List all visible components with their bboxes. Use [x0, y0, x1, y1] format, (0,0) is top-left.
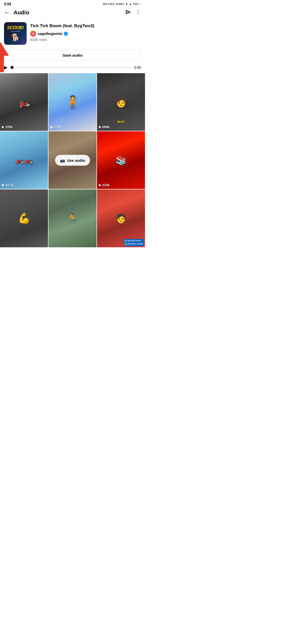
reel-item[interactable]: 🧑 669k [97, 73, 145, 131]
top-nav: ← Audio [0, 7, 145, 18]
person-icon: 🧍 [65, 95, 80, 109]
verified-badge: ✓ [64, 32, 68, 36]
reel-view-count: 669k [99, 125, 110, 129]
person-icon-4: 🧑 [115, 213, 127, 224]
reel-visual-9: 🧑 [97, 189, 145, 247]
reel-count: 603K reels [30, 38, 141, 42]
runner-icon: 🏃 [67, 213, 78, 224]
status-icons: 805 KB/S VoWiFi ▼ ▲ 70% ○ [103, 3, 141, 6]
camera-icon: 📷 [60, 158, 65, 163]
use-audio-button[interactable]: 📷 Use audio [55, 155, 90, 166]
reel-item[interactable]: 🏍️🏍️ 44.7k [0, 131, 48, 189]
reel-item[interactable]: 🕺 📷 Use audio 457k [49, 131, 96, 189]
watermark-brand: G GADGETS TOSUE [125, 242, 143, 246]
play-icon [99, 126, 101, 128]
play-icon [99, 184, 101, 186]
svg-point-3 [138, 13, 139, 14]
status-bar: 5:59 805 KB/S VoWiFi ▼ ▲ 70% ○ [0, 0, 145, 7]
play-icon [2, 126, 4, 128]
reel-visual-7: 💪 [0, 189, 48, 247]
progress-bar[interactable] [11, 67, 131, 68]
count-label: 44.7k [5, 183, 14, 187]
watermark-g: G [125, 242, 127, 246]
album-art-subtitle: THE ALBUM [7, 30, 24, 32]
reel-view-count: 233k [99, 183, 110, 187]
album-art-title: SCOOB! [7, 25, 24, 30]
time-display: 0:00 [134, 65, 141, 69]
count-label: 279k [54, 125, 61, 129]
audio-title: Tick Tick Boom (feat. BygTwo3) [30, 23, 141, 29]
album-art-dog-icon: 🐕 [7, 33, 24, 42]
save-audio-button[interactable]: Save audio [4, 50, 141, 61]
play-icon [2, 184, 4, 186]
reel-visual-2: 🧍 [49, 73, 96, 131]
wifi-icon: ▼ [125, 3, 128, 6]
reel-view-count: 44.7k [2, 183, 14, 187]
reel-visual-8: 🏃 [49, 189, 96, 247]
reel-item[interactable]: 🏍️ 155k [0, 73, 48, 131]
signal-icon: ▲ [129, 3, 132, 6]
watermark-text: lee gal heon lenned [125, 239, 143, 242]
nav-left: ← Audio [4, 9, 29, 16]
audio-artist-row: S sagethegemini ✓ [30, 31, 141, 37]
reel-item[interactable]: 💪 [0, 189, 48, 247]
count-label: 669k [102, 125, 110, 129]
reel-item[interactable]: 📚 233k [97, 131, 145, 189]
person-icon-2: 🧑 [115, 97, 127, 108]
nav-right [125, 9, 141, 16]
audio-details: Tick Tick Boom (feat. BygTwo3) S sagethe… [30, 22, 141, 42]
audio-info: SCOOB! THE ALBUM 🐕 Tick Tick Boom (feat.… [0, 18, 145, 48]
svg-point-1 [138, 10, 139, 11]
artist-name[interactable]: sagethegemini [38, 32, 62, 36]
reels-grid: 🏍️ 155k 🧍 279k 🧑 669k 🏍️🏍️ [0, 73, 145, 247]
motorcycles-icon: 🏍️🏍️ [15, 156, 33, 164]
watermark-brand-text: GADGETS TOSUE [128, 243, 143, 245]
artist-avatar: S [30, 31, 36, 37]
red-arrow-icon [0, 41, 15, 73]
reel-visual-6: 📚 [97, 131, 145, 189]
use-audio-label: Use audio [67, 158, 85, 162]
reel-view-count: 279k [51, 125, 61, 129]
count-label: 233k [102, 183, 110, 187]
network-label: VoWiFi [116, 3, 124, 6]
svg-marker-4 [0, 42, 9, 72]
battery-label: 70% [133, 3, 138, 6]
reel-visual-4: 🏍️🏍️ [0, 131, 48, 189]
books-icon: 📚 [115, 155, 127, 166]
svg-marker-0 [126, 10, 130, 14]
watermark: lee gal heon lenned G GADGETS TOSUE [124, 239, 144, 246]
motorcycle-icon: 🏍️ [17, 96, 31, 108]
svg-point-2 [138, 12, 139, 12]
player-bar: ▶ 0:00 [0, 64, 145, 73]
back-button[interactable]: ← [4, 9, 10, 16]
send-icon[interactable] [125, 9, 131, 16]
data-speed: 805 KB/S [103, 3, 114, 6]
status-time: 5:59 [4, 2, 11, 6]
battery-icon: ○ [139, 3, 141, 6]
count-label: 155k [5, 125, 13, 129]
reel-view-count: 155k [2, 125, 13, 129]
person-icon-3: 💪 [18, 212, 30, 224]
reel-visual-1: 🏍️ [0, 73, 48, 131]
page-title: Audio [14, 9, 29, 16]
reel-item[interactable]: 🧑 lee gal heon lenned G GADGETS TOSUE [97, 189, 145, 247]
reel-item[interactable]: 🧍 279k [49, 73, 96, 131]
reel-item[interactable]: 🏃 [49, 189, 96, 247]
reel-visual-3: 🧑 [97, 73, 145, 131]
more-options-icon[interactable] [135, 9, 141, 16]
play-icon [51, 126, 53, 128]
